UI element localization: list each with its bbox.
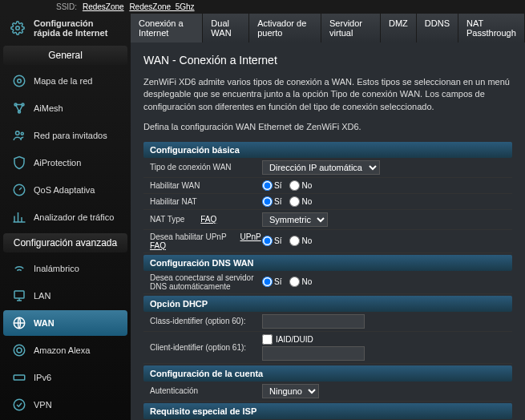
sidebar-item-mesh[interactable]: AiMesh — [3, 95, 127, 121]
tab-5[interactable]: DDNS — [417, 14, 458, 42]
svg-rect-13 — [14, 375, 25, 380]
sidebar-item-label: LAN — [34, 291, 50, 301]
svg-point-2 — [18, 79, 22, 83]
dns-no[interactable] — [289, 277, 300, 287]
svg-point-7 — [21, 132, 23, 135]
tab-2[interactable]: Activador de puerto — [249, 14, 321, 42]
alexa-icon — [10, 341, 29, 360]
gauge-icon — [10, 180, 29, 200]
svg-point-0 — [16, 26, 20, 30]
wan-type-label: Tipo de conexión WAN — [150, 163, 262, 172]
enable-wan-label: Habilitar WAN — [150, 181, 262, 190]
sidebar-item-label: WAN — [34, 318, 55, 328]
svg-rect-9 — [14, 291, 24, 298]
client-id-label: Client-identifier (option 61): — [150, 343, 262, 352]
dns-yes[interactable] — [262, 277, 273, 287]
ssid-link-1[interactable]: RedesZone — [83, 2, 124, 11]
sidebar-item-label: Analizador de tráfico — [34, 212, 114, 222]
section-dhcp-title: Opción DHCP — [143, 296, 512, 312]
sidebar-item-shield[interactable]: AiProtection — [3, 150, 127, 176]
quick-internet-setup[interactable]: Configuraciónrápida de Internet — [0, 14, 131, 42]
sidebar-item-ipv6[interactable]: IPv6 — [3, 365, 127, 390]
sidebar-item-label: AiProtection — [34, 158, 81, 168]
tab-1[interactable]: Dual WAN — [203, 14, 249, 42]
page-title: WAN - Conexión a Internet — [143, 54, 512, 67]
ipv6-icon — [10, 368, 29, 387]
sidebar-item-map[interactable]: Mapa de la red — [3, 68, 127, 94]
sidebar-item-chart[interactable]: Analizador de tráfico — [3, 204, 127, 230]
globe-icon — [10, 313, 29, 333]
section-account-title: Configuración de la cuenta — [143, 365, 512, 382]
ssid-label: SSID: — [56, 2, 77, 11]
sidebar-item-globe[interactable]: WAN — [3, 310, 127, 336]
sidebar-item-vpn[interactable]: VPN — [3, 392, 127, 418]
sidebar-item-label: Inalámbrico — [34, 264, 79, 273]
enable-nat-label: Habilitar NAT — [150, 197, 262, 206]
svg-point-11 — [14, 345, 25, 356]
content-panel: Conexión a InternetDual WANActivador de … — [131, 14, 525, 420]
page-desc-1: ZenWiFi XD6 admite varios tipos de conex… — [143, 76, 512, 113]
wifi-icon — [10, 259, 29, 278]
svg-point-1 — [14, 75, 25, 87]
sidebar-item-wifi[interactable]: Inalámbrico — [3, 256, 127, 281]
enable-wan-no[interactable] — [289, 180, 300, 191]
tab-bar: Conexión a InternetDual WANActivador de … — [131, 14, 525, 42]
dns-auto-label: Desea conectarse al servidor DNS automát… — [150, 273, 262, 291]
section-dns-title: Configuración DNS WAN — [143, 255, 512, 271]
sidebar-item-gauge[interactable]: QoS Adaptativa — [3, 177, 127, 203]
sidebar: Configuraciónrápida de Internet General … — [0, 14, 131, 420]
tab-4[interactable]: DMZ — [381, 14, 417, 42]
auth-label: Autenticación — [150, 386, 262, 395]
sidebar-item-label: IPv6 — [34, 373, 51, 382]
sidebar-item-label: QoS Adaptativa — [34, 185, 95, 195]
upnp-label: Desea habilitar UPnP UPnP FAQ — [150, 232, 262, 250]
guest-icon — [10, 126, 29, 145]
sidebar-item-label: Mapa de la red — [34, 76, 92, 86]
lan-icon — [10, 286, 29, 305]
nat-type-label: NAT Type FAQ — [150, 215, 262, 224]
tab-3[interactable]: Servidor virtual — [321, 14, 381, 42]
chart-icon — [10, 208, 29, 227]
section-basic-title: Configuración básica — [143, 142, 512, 158]
client-id-input[interactable] — [262, 346, 365, 361]
upnp-no[interactable] — [289, 236, 300, 246]
page-desc-2: Defina la configuración WAN Ethernet de … — [143, 121, 512, 133]
sidebar-item-lan[interactable]: LAN — [3, 283, 127, 309]
enable-nat-yes[interactable] — [262, 196, 273, 207]
sidebar-general-header: General — [3, 46, 127, 65]
sidebar-item-label: VPN — [34, 400, 52, 410]
ssid-link-2[interactable]: RedesZone_5Ghz — [129, 2, 194, 11]
sidebar-item-label: Amazon Alexa — [34, 345, 90, 355]
class-id-input[interactable] — [262, 314, 365, 329]
class-id-label: Class-identifier (option 60): — [150, 317, 262, 325]
map-icon — [10, 71, 29, 91]
gear-icon — [6, 17, 29, 39]
shield-icon — [10, 153, 29, 172]
sidebar-advanced-header: Configuración avanzada — [3, 233, 127, 252]
svg-point-12 — [17, 348, 22, 353]
iaid-checkbox[interactable] — [262, 334, 273, 345]
sidebar-item-alexa[interactable]: Amazon Alexa — [3, 337, 127, 363]
enable-wan-yes[interactable] — [262, 180, 273, 191]
mesh-icon — [10, 99, 29, 118]
nat-faq-link[interactable]: FAQ — [200, 215, 216, 224]
section-isp-title: Requisito especial de ISP — [143, 403, 512, 419]
auth-select[interactable]: Ninguno — [262, 384, 319, 398]
nat-type-select[interactable]: Symmetric — [262, 212, 328, 227]
sidebar-item-guest[interactable]: Red para invitados — [3, 123, 127, 148]
wan-type-select[interactable]: Dirección IP automática — [262, 160, 380, 175]
tab-0[interactable]: Conexión a Internet — [131, 14, 203, 42]
sidebar-item-label: AiMesh — [34, 103, 63, 113]
upnp-yes[interactable] — [262, 236, 273, 246]
sidebar-item-label: Red para invitados — [34, 131, 107, 140]
svg-point-14 — [14, 399, 25, 410]
enable-nat-no[interactable] — [289, 196, 300, 207]
svg-point-6 — [16, 131, 20, 135]
tab-6[interactable]: NAT Passthrough — [458, 14, 525, 42]
vpn-icon — [10, 395, 29, 414]
